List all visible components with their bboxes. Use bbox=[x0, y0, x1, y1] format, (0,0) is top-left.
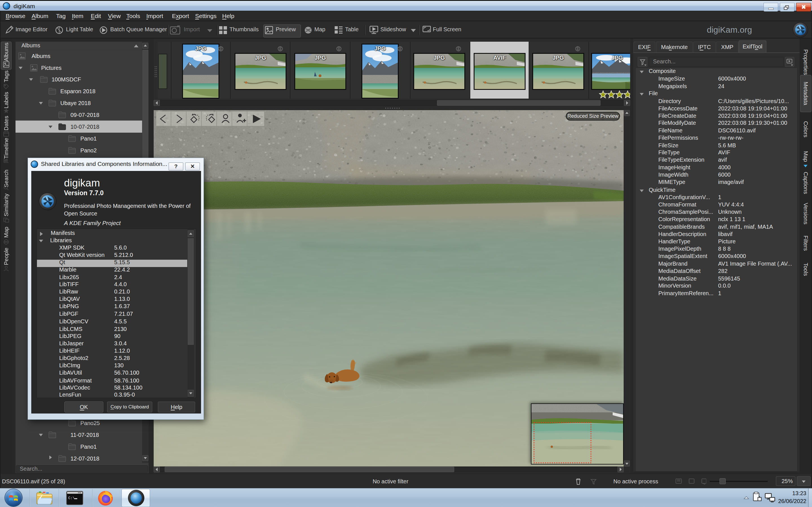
svg-text:C:\: C:\ bbox=[68, 496, 75, 500]
